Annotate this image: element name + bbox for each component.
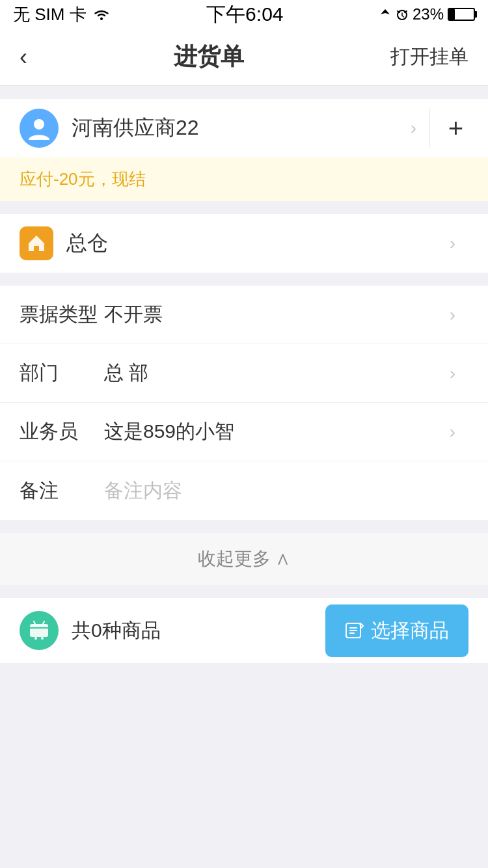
invoice-value: 不开票	[104, 301, 450, 328]
select-product-label: 选择商品	[371, 617, 449, 644]
no-sim-text: 无 SIM 卡	[13, 3, 87, 26]
wifi-icon	[92, 7, 111, 21]
dept-chevron: ›	[450, 363, 455, 384]
svg-rect-4	[30, 624, 48, 637]
sales-row[interactable]: 业务员 这是859的小智 ›	[0, 403, 488, 461]
battery-icon	[448, 8, 475, 21]
select-product-icon	[345, 621, 364, 640]
sales-chevron: ›	[450, 422, 455, 442]
remark-label: 备注	[20, 478, 104, 504]
svg-point-6	[41, 637, 44, 640]
status-time: 下午6:04	[206, 1, 283, 28]
remark-row[interactable]: 备注 备注内容	[0, 461, 488, 520]
dept-row[interactable]: 部门 总 部 ›	[0, 344, 488, 403]
svg-point-0	[100, 18, 103, 20]
supplier-name: 河南供应商22	[72, 114, 411, 142]
cart-svg	[27, 619, 51, 642]
sales-value: 这是859的小智	[104, 418, 450, 445]
cart-icon	[20, 611, 59, 650]
bottom-bar: 共0种商品 选择商品	[0, 598, 488, 663]
alarm-icon	[396, 8, 409, 21]
add-supplier-button[interactable]: +	[429, 109, 468, 148]
section-gap-1	[0, 86, 488, 99]
status-right: 23%	[379, 5, 475, 23]
svg-point-5	[34, 637, 37, 640]
house-icon	[26, 233, 47, 254]
dept-value: 总 部	[104, 360, 450, 387]
sales-label: 业务员	[20, 418, 104, 445]
supplier-avatar	[20, 109, 59, 148]
invoice-row[interactable]: 票据类型 不开票 ›	[0, 286, 488, 344]
open-pending-button[interactable]: 打开挂单	[390, 44, 468, 70]
supplier-row[interactable]: 河南供应商22 › +	[0, 99, 488, 157]
collapse-label: 收起更多 ∧	[198, 547, 291, 571]
nav-bar: ‹ 进货单 打开挂单	[0, 29, 488, 86]
invoice-chevron: ›	[450, 305, 455, 325]
supplier-notice: 应付-20元，现结	[0, 157, 488, 201]
product-count: 共0种商品	[72, 617, 325, 644]
svg-point-2	[34, 119, 44, 129]
page-background	[0, 663, 488, 858]
dept-label: 部门	[20, 360, 104, 387]
status-bar: 无 SIM 卡 下午6:04 23%	[0, 0, 488, 29]
status-left: 无 SIM 卡	[13, 3, 111, 26]
form-section: 票据类型 不开票 › 部门 总 部 › 业务员 这是859的小智 › 备注 备注…	[0, 286, 488, 520]
back-button[interactable]: ‹	[20, 44, 27, 71]
warehouse-name: 总仓	[66, 229, 450, 258]
warehouse-chevron: ›	[450, 233, 455, 254]
supplier-chevron: ›	[411, 118, 416, 139]
invoice-label: 票据类型	[20, 301, 104, 328]
page-title: 进货单	[174, 41, 244, 73]
select-product-button[interactable]: 选择商品	[325, 604, 468, 657]
location-icon	[379, 8, 392, 21]
person-icon	[26, 115, 52, 141]
warehouse-row[interactable]: 总仓 ›	[0, 214, 488, 273]
remark-input[interactable]: 备注内容	[104, 478, 468, 504]
battery-percent: 23%	[413, 5, 444, 23]
warehouse-icon	[20, 226, 53, 260]
svg-rect-3	[34, 246, 39, 251]
collapse-button[interactable]: 收起更多 ∧	[0, 533, 488, 585]
